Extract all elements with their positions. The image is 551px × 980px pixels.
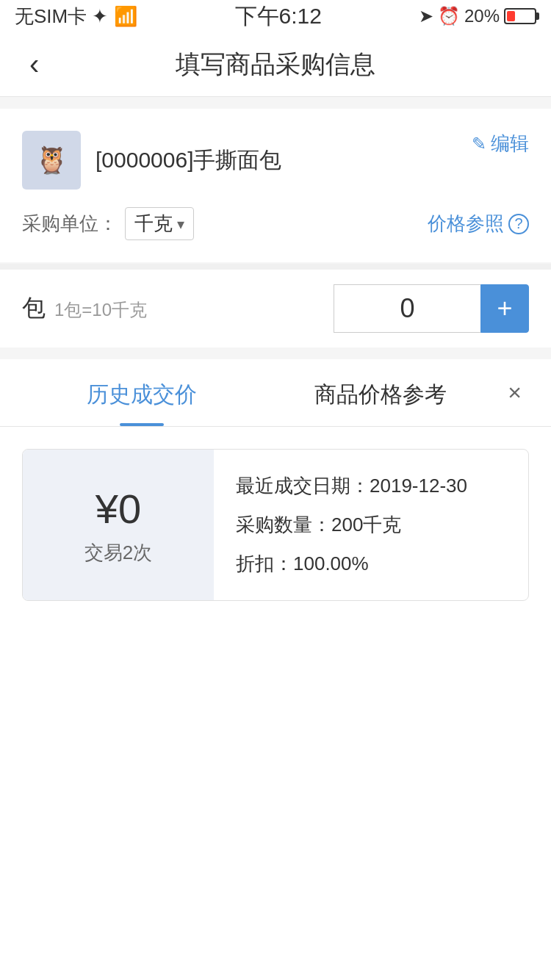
tab-price-ref-label: 商品价格参考 bbox=[314, 382, 447, 406]
edit-icon: ✎ bbox=[472, 134, 486, 154]
quantity-input[interactable]: 0 bbox=[334, 284, 480, 333]
unit-select-arrow-icon: ▾ bbox=[177, 215, 184, 233]
product-owl-icon: 🦉 bbox=[35, 145, 68, 176]
purchase-qty-value: 200千克 bbox=[331, 514, 401, 536]
product-header: 🦉 [0000006]手撕面包 ✎ 编辑 bbox=[22, 131, 529, 190]
tab-content-history: ¥0 交易2次 最近成交日期：2019-12-30 采购数量：200千克 折扣：… bbox=[0, 427, 551, 623]
tab-history-price[interactable]: 历史成交价 bbox=[22, 359, 262, 426]
tabs-close-button[interactable]: × bbox=[500, 372, 529, 414]
product-section: 🦉 [0000006]手撕面包 ✎ 编辑 采购单位： 千克 ▾ 价格参照 ? bbox=[0, 109, 551, 262]
quantity-control: 0 + bbox=[334, 284, 529, 333]
tabs-panel: 历史成交价 商品价格参考 × ¥0 交易2次 最近成交日期：2019-12-30… bbox=[0, 359, 551, 623]
price-value: 0 bbox=[118, 486, 141, 532]
help-icon: ? bbox=[508, 214, 529, 234]
price-reference-button[interactable]: 价格参照 ? bbox=[428, 211, 529, 237]
quantity-label-group: 包 1包=10千克 bbox=[22, 292, 147, 325]
price-ref-label: 价格参照 bbox=[428, 211, 504, 237]
quantity-plus-button[interactable]: + bbox=[480, 284, 529, 333]
status-bar: 无SIM卡 ✦ 📶 下午6:12 ➤ ⏰ 20% bbox=[0, 0, 551, 32]
quantity-value: 0 bbox=[400, 293, 414, 324]
tab-history-label: 历史成交价 bbox=[87, 382, 197, 406]
price-amount: ¥0 bbox=[96, 485, 141, 533]
unit-label: 采购单位： bbox=[22, 211, 118, 237]
discount-value: 100.00% bbox=[293, 552, 369, 574]
tab-product-price-ref[interactable]: 商品价格参考 bbox=[262, 359, 501, 426]
edit-label: 编辑 bbox=[491, 131, 529, 156]
quantity-conversion-label: 1包=10千克 bbox=[54, 298, 147, 322]
unit-select-dropdown[interactable]: 千克 ▾ bbox=[125, 207, 194, 240]
battery-percent: 20% bbox=[464, 6, 500, 26]
price-card-right: 最近成交日期：2019-12-30 采购数量：200千克 折扣：100.00% bbox=[214, 450, 528, 600]
price-card-left: ¥0 交易2次 bbox=[23, 450, 214, 600]
back-button[interactable]: ‹ bbox=[22, 40, 46, 88]
bottom-space bbox=[0, 623, 551, 980]
alarm-icon: ⏰ bbox=[438, 6, 460, 26]
product-left: 🦉 [0000006]手撕面包 bbox=[22, 131, 281, 190]
tabs-header: 历史成交价 商品价格参考 × bbox=[0, 359, 551, 427]
purchase-qty-row: 采购数量：200千克 bbox=[236, 511, 506, 539]
product-edit-button[interactable]: ✎ 编辑 bbox=[472, 131, 529, 156]
quantity-section: 包 1包=10千克 0 + bbox=[0, 264, 551, 347]
recent-date-value: 2019-12-30 bbox=[370, 475, 467, 497]
product-unit-row: 采购单位： 千克 ▾ 价格参照 ? bbox=[22, 207, 529, 240]
wifi-icon: 📶 bbox=[114, 5, 137, 28]
unit-select-value: 千克 bbox=[134, 211, 173, 237]
product-thumbnail: 🦉 bbox=[22, 131, 81, 190]
nav-bar: ‹ 填写商品采购信息 bbox=[0, 32, 551, 97]
purchase-qty-label: 采购数量： bbox=[236, 514, 331, 536]
carrier-label: 无SIM卡 ✦ bbox=[15, 4, 108, 29]
status-right: ➤ ⏰ 20% bbox=[419, 6, 536, 26]
recent-date-label: 最近成交日期： bbox=[236, 475, 370, 497]
location-icon: ➤ bbox=[419, 6, 433, 26]
quantity-unit-label: 包 bbox=[22, 292, 46, 325]
page-title: 填写商品采购信息 bbox=[176, 48, 375, 82]
status-time: 下午6:12 bbox=[235, 1, 322, 32]
price-card: ¥0 交易2次 最近成交日期：2019-12-30 采购数量：200千克 折扣：… bbox=[22, 449, 529, 601]
status-left: 无SIM卡 ✦ 📶 bbox=[15, 4, 137, 29]
product-title: [0000006]手撕面包 bbox=[96, 145, 281, 176]
recent-date-row: 最近成交日期：2019-12-30 bbox=[236, 472, 506, 500]
battery-icon bbox=[504, 8, 536, 24]
price-times-label: 交易2次 bbox=[84, 540, 152, 566]
price-currency-symbol: ¥ bbox=[96, 486, 118, 532]
discount-row: 折扣：100.00% bbox=[236, 550, 506, 578]
unit-selector-group: 采购单位： 千克 ▾ bbox=[22, 207, 194, 240]
discount-label: 折扣： bbox=[236, 552, 293, 574]
